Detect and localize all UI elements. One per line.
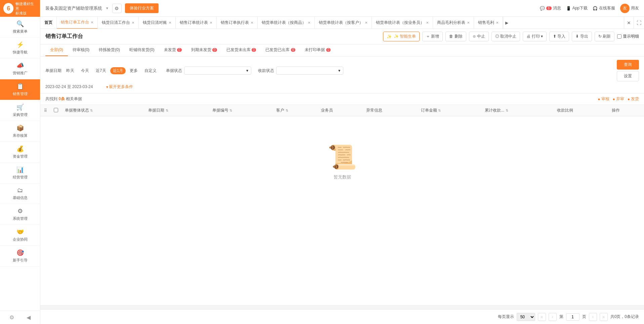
main-content: 装备及固定资产辅助管理系统 ▼ ⚙ 体验行业方案 💬 6 消息 📱 App下载 … [40,0,644,324]
received-header[interactable]: 累计收款... ⇅ [481,105,554,116]
app-download-button[interactable]: 📱 App下载 [566,5,588,11]
tab-sales-profit[interactable]: 销售毛利 ✕ [474,17,503,29]
tab-close-all-button[interactable]: ✕ [624,17,634,29]
delete-button[interactable]: 🗑 删除 [445,32,466,41]
detail-checkbox-input[interactable] [617,34,621,39]
sidebar-item-purchase[interactable]: 🛒 采购管理 [0,100,40,121]
tab-close-icon[interactable]: ✕ [132,21,134,25]
tab-close-icon[interactable]: ✕ [251,21,253,25]
page-size-select[interactable]: 10 20 50 100 [517,313,535,321]
select-all-checkbox[interactable] [54,108,58,112]
show-detail-checkbox[interactable]: 显示明细 [617,34,639,39]
tab-more-button[interactable]: ▶ [503,17,510,29]
sidebar-item-finance[interactable]: 💰 资金管理 [0,142,40,163]
last-page-button[interactable]: » [600,313,608,321]
sidebar-item-quick-nav[interactable]: ⚡ 快捷导航 [0,38,40,58]
quick-date-today[interactable]: 今天 [78,67,92,74]
sidebar-settings-button[interactable]: ⚙ [9,314,14,321]
sidebar-item-base-info[interactable]: 🗂 基础信息 [0,184,40,204]
ship-button[interactable]: ● 发货 [628,96,639,102]
tab-sales-exec[interactable]: 销售订单执行表 ✕ [217,17,258,29]
tab-close-icon[interactable]: ✕ [210,21,212,25]
topbar-settings-button[interactable]: ⚙ [112,4,122,13]
tab-close-icon[interactable]: ✕ [308,21,310,25]
quick-date-custom[interactable]: 自定义 [142,67,159,74]
tab-product-profit[interactable]: 商品毛利分析表 ✕ [433,17,474,29]
filter-payment-select[interactable]: ▾ [276,67,343,75]
user-menu-button[interactable]: 友 用友 [620,4,639,13]
filter-setting-button[interactable]: 设置 [617,71,639,81]
sub-tab-overdue-unshipped[interactable]: 到期未发货 0 [186,44,222,56]
quick-date-yesterday[interactable]: 昨天 [63,67,77,74]
sub-tab-shipped-out[interactable]: 已发货已出库 0 [261,44,300,56]
filter-status-select[interactable]: ▾ [184,67,251,75]
tab-sales-stat-staff[interactable]: 销货单统计表（按业务员） ✕ [372,17,433,29]
sidebar-collapse-button[interactable]: ◀ [27,314,31,321]
date-header[interactable]: 单据日期 ⇅ [145,105,209,116]
sidebar-item-newbie[interactable]: 🎯 新手引导 [0,246,40,267]
tab-sales-stat-customer[interactable]: 销货单统计表（按客户） ✕ [315,17,372,29]
prev-page-button[interactable]: ‹ [549,313,557,321]
amount-header[interactable]: 订单金额 ⇅ [418,105,482,116]
sub-tab-unshipped[interactable]: 未发货 0 [159,44,186,56]
tab-cash-reconcile[interactable]: 钱货日清对账 ✕ [139,17,176,29]
checkbox-header[interactable] [50,105,61,116]
tab-fullscreen-button[interactable]: ⛶ [634,17,644,29]
cancel-review-button[interactable]: ● 弃审 [613,96,624,102]
refresh-button[interactable]: ↻ 刷新 [595,32,614,41]
industry-solution-button[interactable]: 体验行业方案 [125,3,159,13]
tab-close-icon[interactable]: ✕ [365,21,368,25]
number-header[interactable]: 单据编号 ⇅ [209,105,273,116]
operations-icon: 📊 [16,166,24,173]
sub-tab-pending-review[interactable]: 待审核(0) [68,44,94,56]
message-button[interactable]: 💬 6 消息 [540,5,561,11]
add-button[interactable]: ＋ ＋ 新增新增 [422,32,443,41]
tab-close-icon[interactable]: ✕ [91,21,93,24]
sub-tab-shipped-not-out[interactable]: 已发货未出库 0 [222,44,261,56]
customer-header[interactable]: 客户 ⇅ [273,105,317,116]
smart-generate-button[interactable]: ✨ ✨ 智能生单 [383,32,420,41]
tab-close-icon[interactable]: ✕ [467,21,470,25]
sidebar-item-search[interactable]: 🔍 搜索菜单 [0,17,40,38]
tab-close-icon[interactable]: ✕ [169,21,171,25]
tab-cash-daily[interactable]: 钱货日清工作台 ✕ [98,17,139,29]
page-number-input[interactable] [566,313,579,321]
quick-date-more[interactable]: 更多 [127,67,140,74]
sidebar-item-enterprise[interactable]: 🤝 企业协同 [0,225,40,246]
tab-sales-stat-product[interactable]: 销货单统计表（按商品） ✕ [258,17,315,29]
ratio-header: 收款比例 [554,105,608,116]
review-button[interactable]: ● 审核 [598,96,609,102]
first-page-button[interactable]: « [538,313,546,321]
query-button[interactable]: 查询 [617,60,639,70]
export-button[interactable]: ⬇ 导出 [572,32,592,41]
tab-close-icon[interactable]: ✕ [426,21,429,25]
status-header[interactable]: 单据整体状态 ⇅ [61,105,145,116]
sub-tab-wangpu-ship[interactable]: 旺铺待发货(0) [125,44,159,56]
quick-date-1month[interactable]: 近1月 [110,67,126,74]
sub-tab-all[interactable]: 全部(0) [45,44,68,56]
tab-close-icon[interactable]: ✕ [496,21,499,25]
online-service-button[interactable]: 🎧 在线客服 [593,5,615,11]
ship-icon: ● [628,97,630,102]
sub-tab-unprinted[interactable]: 未打印单据 0 [300,44,335,56]
stop-button[interactable]: ⊙ 中止 [469,32,489,41]
system-icon: ⚙ [17,207,23,215]
expand-filter-button[interactable]: ▾ 展开更多条件 [106,84,133,90]
sub-tab-pending-check[interactable]: 待拣验货(0) [94,44,125,56]
horizontal-scrollbar[interactable] [40,305,644,309]
tab-sales-stat[interactable]: 销售订单统计表 ✕ [176,17,217,29]
print-button[interactable]: 🖨 打印 ▾ [523,32,547,41]
cancel-stop-button[interactable]: ◎ 取消中止 [491,32,520,41]
tab-sales-workbench[interactable]: 销售订单工作台 ✕ [57,17,98,29]
sidebar-item-sales[interactable]: 📋 销售管理 [0,79,40,100]
next-page-button[interactable]: › [589,313,597,321]
tabbar: 首页 销售订单工作台 ✕ 钱货日清工作台 ✕ 钱货日清对账 ✕ 销售订单统计表 … [40,17,644,29]
import-button[interactable]: ⬆ 导入 [549,32,569,41]
sidebar-item-operations[interactable]: 📊 经营管理 [0,163,40,184]
sidebar: 6 畅捷通好生意 标准版 🔍 搜索菜单 ⚡ 快捷导航 📣 营销推广 📋 销售管理… [0,0,40,324]
quick-date-7days[interactable]: 近7天 [93,67,109,74]
tab-home[interactable]: 首页 [40,17,57,29]
sidebar-item-marketing[interactable]: 📣 营销推广 [0,58,40,79]
sidebar-item-system[interactable]: ⚙ 系统管理 [0,204,40,225]
sidebar-item-inventory[interactable]: 📦 库存核算 [0,121,40,142]
